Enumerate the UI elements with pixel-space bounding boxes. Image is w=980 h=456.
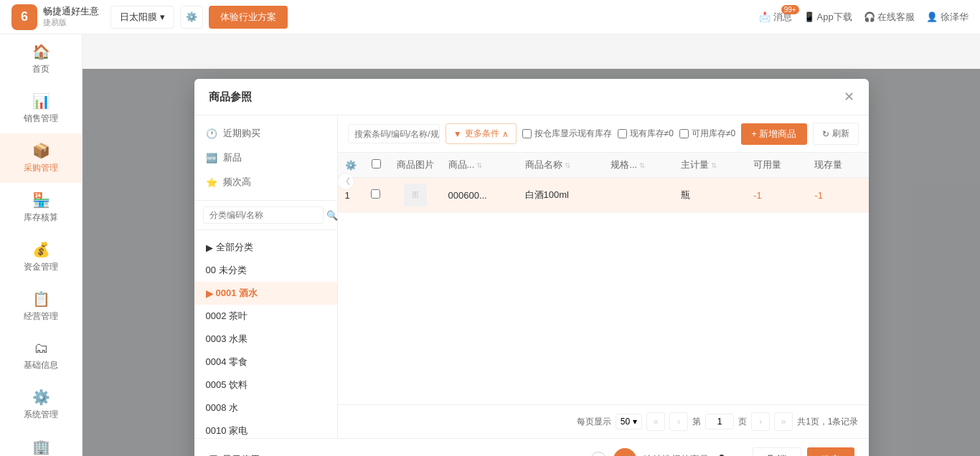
prev-page-button[interactable]: ‹ bbox=[669, 412, 688, 431]
sidebar-item-business[interactable]: 📋 经营管理 bbox=[0, 282, 82, 331]
category-search-icon[interactable]: 🔍 bbox=[326, 210, 338, 221]
show-disabled-checkbox[interactable]: 显示停用 bbox=[209, 453, 260, 456]
table-row[interactable]: 1 图 000600... 白酒100ml 瓶 -1 bbox=[338, 178, 869, 213]
sidebar-item-label-finance: 资金管理 bbox=[24, 261, 58, 273]
logo-text-block: 畅捷通好生意 捷易版 bbox=[43, 6, 99, 29]
system-icon: ⚙️ bbox=[32, 389, 50, 406]
warehouse-display-checkbox[interactable]: 按仓库显示现有库存 bbox=[522, 128, 612, 140]
download-icon: 📱 bbox=[804, 11, 815, 22]
modal-overlay: 商品参照 ✕ 🕐 近期购买 🆕 新品 bbox=[83, 69, 980, 456]
app-sub: 捷易版 bbox=[43, 17, 99, 28]
first-page-button[interactable]: « bbox=[646, 412, 665, 431]
product-search-input[interactable] bbox=[349, 125, 440, 143]
tree-item-appliance[interactable]: 0010 家电 bbox=[194, 419, 337, 438]
tree-label-unclassified: 00 未分类 bbox=[206, 264, 247, 277]
recent-icon: 🕐 bbox=[206, 128, 217, 139]
sidebar-item-sales[interactable]: 📊 销售管理 bbox=[0, 84, 82, 133]
sidebar-item-system[interactable]: ⚙️ 系统管理 bbox=[0, 380, 82, 429]
page-number-input[interactable] bbox=[705, 414, 734, 429]
modal-close-button[interactable]: ✕ bbox=[844, 89, 854, 105]
tree-label-fruit: 0003 水果 bbox=[206, 333, 248, 346]
cancel-button[interactable]: 取消 bbox=[753, 447, 801, 456]
row-stock: -1 bbox=[807, 178, 868, 213]
cart-icon: 🛒 bbox=[613, 448, 636, 456]
filter-label: 更多条件 bbox=[465, 128, 499, 140]
current-stock-checkbox[interactable]: 现有库存≠0 bbox=[618, 128, 674, 140]
page-size-label: 每页显示 bbox=[577, 416, 611, 428]
sidebar-item-label-inventory: 库存核算 bbox=[24, 212, 58, 224]
frequent-icon: ⭐ bbox=[206, 177, 217, 188]
sidebar-item-label-home: 首页 bbox=[32, 63, 50, 75]
row-available: -1 bbox=[746, 178, 807, 213]
available-stock-checkbox[interactable]: 可用库存≠0 bbox=[679, 128, 735, 140]
show-disabled-label: 显示停用 bbox=[222, 453, 260, 456]
modal-body: 🕐 近期购买 🆕 新品 ⭐ 频次高 《 bbox=[194, 115, 869, 438]
recent-purchase-item[interactable]: 🕐 近期购买 bbox=[194, 121, 337, 146]
tree-item-drink[interactable]: 0005 饮料 bbox=[194, 374, 337, 396]
tree-item-water[interactable]: 0008 水 bbox=[194, 396, 337, 419]
modal-title: 商品参照 bbox=[209, 90, 252, 104]
th-available: 可用量 bbox=[746, 153, 807, 178]
nav-selector[interactable]: 日太阳膜 ▾ bbox=[110, 6, 174, 29]
tree-item-unclassified[interactable]: 00 未分类 bbox=[194, 259, 337, 282]
tree-arrow-all: ▶ bbox=[206, 242, 213, 253]
user-avatar[interactable]: 👤 徐泽华 bbox=[926, 11, 969, 24]
sidebar: 🏠 首页 📊 销售管理 📦 采购管理 🏪 库存核算 💰 资金管理 📋 经营管理 … bbox=[0, 34, 83, 456]
warehouse-checkbox-input[interactable] bbox=[522, 129, 532, 138]
sidebar-item-basic[interactable]: 🗂 基础信息 bbox=[0, 331, 82, 380]
row-check[interactable] bbox=[364, 178, 390, 213]
modal-footer: 显示停用 ? 🛒 连续选择的商品 0 ∧ 取消 确定 bbox=[194, 438, 869, 456]
category-search-input[interactable] bbox=[203, 206, 324, 224]
select-all-checkbox[interactable] bbox=[372, 159, 381, 168]
inventory-icon: 🏪 bbox=[32, 191, 50, 209]
sidebar-item-finance[interactable]: 💰 资金管理 bbox=[0, 232, 82, 282]
page-size-arrow: ▾ bbox=[633, 417, 637, 427]
gear-button[interactable]: ⚙️ bbox=[180, 6, 203, 29]
trial-button[interactable]: 体验行业方案 bbox=[209, 6, 288, 29]
more-filter-button[interactable]: ▼ 更多条件 ∧ bbox=[446, 123, 517, 144]
last-page-button[interactable]: » bbox=[774, 412, 793, 431]
confirm-button[interactable]: 确定 bbox=[807, 447, 854, 456]
app-download[interactable]: 📱 App下载 bbox=[804, 11, 852, 24]
sidebar-item-inventory[interactable]: 🏪 库存核算 bbox=[0, 183, 82, 232]
tree-item-fruit[interactable]: 0003 水果 bbox=[194, 328, 337, 351]
sidebar-item-purchase[interactable]: 📦 采购管理 bbox=[0, 133, 82, 183]
sidebar-item-home[interactable]: 🏠 首页 bbox=[0, 34, 82, 84]
notification-area[interactable]: 📩 消息 99+ bbox=[759, 11, 792, 24]
frequent-item[interactable]: ⭐ 频次高 bbox=[194, 170, 337, 194]
row-unit: 瓶 bbox=[674, 178, 746, 213]
tree-label-water: 0008 水 bbox=[206, 402, 239, 414]
page-size-selector[interactable]: 50 ▾ bbox=[616, 414, 642, 429]
right-panel: 🔍 ▼ 更多条件 ∧ 按仓库显示现有库存 bbox=[338, 115, 869, 438]
online-service[interactable]: 🎧 在线客服 bbox=[864, 11, 915, 24]
tree-item-liquor[interactable]: ▶ 0001 酒水 bbox=[194, 282, 337, 305]
recent-purchase-label: 近期购买 bbox=[223, 127, 260, 140]
notification-badge: 99+ bbox=[781, 5, 799, 14]
th-code: 商品...⇅ bbox=[441, 153, 518, 178]
row-checkbox[interactable] bbox=[371, 189, 380, 199]
current-stock-input[interactable] bbox=[618, 129, 627, 138]
pagination-bar: 每页显示 50 ▾ « ‹ 第 页 › » 共1页，1条记录 bbox=[338, 404, 869, 438]
refresh-button[interactable]: ↻ 刷新 bbox=[813, 123, 859, 145]
page-size-value: 50 bbox=[621, 417, 630, 427]
left-panel: 🕐 近期购买 🆕 新品 ⭐ 频次高 《 bbox=[194, 115, 338, 438]
top-right-area: 📩 消息 99+ 📱 App下载 🎧 在线客服 👤 徐泽华 bbox=[759, 11, 969, 24]
sidebar-item-label-purchase: 采购管理 bbox=[24, 162, 58, 174]
tree-label-drink: 0005 饮料 bbox=[206, 379, 248, 391]
table-header-row: ⚙️ 商品图片 商品...⇅ 商品名称⇅ 规格...⇅ 主计量⇅ 可用量 现存量 bbox=[338, 153, 869, 178]
available-stock-input[interactable] bbox=[679, 129, 689, 138]
continuous-select-label: 连续选择的商品 bbox=[644, 453, 709, 456]
sidebar-item-enterprise[interactable]: 🏢 企业协同 bbox=[0, 429, 82, 456]
category-search-row: 🔍 bbox=[194, 201, 337, 230]
tree-item-tea[interactable]: 0002 茶叶 bbox=[194, 305, 337, 328]
next-page-button[interactable]: › bbox=[751, 412, 770, 431]
new-product-item[interactable]: 🆕 新品 bbox=[194, 146, 337, 170]
sales-icon: 📊 bbox=[32, 92, 50, 110]
selected-count: 0 bbox=[719, 453, 725, 456]
help-button[interactable]: ? bbox=[590, 452, 606, 456]
tree-item-all[interactable]: ▶ 全部分类 bbox=[194, 236, 337, 259]
add-product-button[interactable]: + 新增商品 bbox=[741, 123, 806, 145]
footer-collapse-button[interactable]: ∧ bbox=[735, 453, 744, 457]
tree-item-snack[interactable]: 0004 零食 bbox=[194, 351, 337, 374]
footer-actions: 取消 确定 bbox=[753, 447, 854, 456]
